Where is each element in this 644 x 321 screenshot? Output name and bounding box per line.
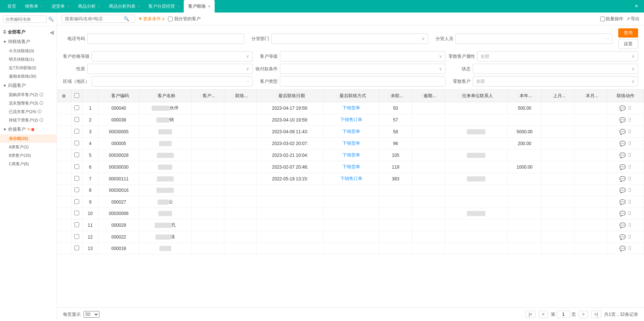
refresh-icon[interactable]: ↻ <box>27 127 31 132</box>
chat-icon-3[interactable]: 💬 <box>619 141 626 147</box>
chat-icon-9[interactable]: 💬 <box>619 211 626 216</box>
menu-icon-8[interactable]: ⠿ <box>628 199 631 205</box>
sidebar-search-icon[interactable]: 🔍 <box>48 17 54 22</box>
price-level-select[interactable]: ∨ <box>92 51 253 61</box>
menu-icon-5[interactable]: ⠿ <box>628 164 631 170</box>
sidebar-item-class-b[interactable]: B类客户(33) <box>0 151 57 160</box>
menu-icon-6[interactable]: ⠿ <box>628 176 631 182</box>
sidebar-item-unclassified[interactable]: 未分组(32) <box>0 134 57 143</box>
region-select[interactable]: ··· <box>92 76 253 87</box>
export-btn[interactable]: ↗ 导出 <box>626 16 640 22</box>
th-overdue[interactable]: :逾期... <box>412 90 445 102</box>
row-check-10[interactable] <box>74 222 79 227</box>
per-page-select[interactable]: 50 100 200 <box>84 311 99 318</box>
chat-icon-2[interactable]: 💬 <box>619 129 626 135</box>
row-check-8[interactable] <box>74 199 79 204</box>
close-tab-customer-contact[interactable]: × <box>208 4 210 8</box>
group-header-value[interactable]: ▼ 价值客户 ↻ <box>0 124 57 134</box>
chat-icon-0[interactable]: 💬 <box>619 105 626 111</box>
tab-customer-segment[interactable]: 客户分层经营 × <box>144 0 184 13</box>
chat-icon-6[interactable]: 💬 <box>619 176 626 182</box>
batch-op-checkbox[interactable] <box>600 17 605 21</box>
more-conditions-btn[interactable]: ▼ 更多条件 ∧ <box>138 16 165 22</box>
close-tab-product-analysis[interactable]: × <box>98 4 100 8</box>
tab-home[interactable]: 首页 <box>3 0 21 13</box>
customer-type-select[interactable] <box>280 76 445 87</box>
contact-method-link-4[interactable]: 下销货单 <box>342 152 360 158</box>
main-search-icon[interactable]: 🔍 <box>124 16 129 21</box>
menu-icon-11[interactable]: ⠿ <box>628 234 631 240</box>
select-all-checkbox[interactable] <box>74 93 79 98</box>
th-last-contact-method[interactable]: :最后联络方式 <box>324 90 379 102</box>
status-select[interactable]: ∨ <box>473 64 638 74</box>
row-check-6[interactable] <box>74 176 79 181</box>
customer-level-select[interactable]: ∨ <box>280 51 445 61</box>
sidebar-item-7day-contact[interactable]: 近7天待联络(0) <box>0 64 57 72</box>
tab-product-analysis-list[interactable]: 商品分析列表 × <box>105 0 144 13</box>
th-last-month[interactable]: :上月... <box>542 90 574 102</box>
payment-select[interactable]: ∨ <box>280 64 445 74</box>
page-input[interactable] <box>557 311 570 318</box>
contact-method-link-0[interactable]: 下销货单 <box>342 105 360 110</box>
sidebar-item-class-c[interactable]: C类客户(6) <box>0 160 57 168</box>
row-check-7[interactable] <box>74 187 79 192</box>
menu-icon-12[interactable]: ⠿ <box>628 246 631 251</box>
row-check-1[interactable] <box>74 117 79 122</box>
dept-select[interactable]: ∨ <box>271 33 428 44</box>
chat-icon-11[interactable]: 💬 <box>619 234 626 240</box>
chat-icon-5[interactable]: 💬 <box>619 164 626 170</box>
contact-method-link-5[interactable]: 下销货单 <box>342 164 360 169</box>
close-tab-sales[interactable]: × <box>41 4 43 8</box>
sidebar-item-class-a[interactable]: A类客户(1) <box>0 143 57 151</box>
menu-icon-9[interactable]: ⠿ <box>628 211 631 216</box>
th-customer-type[interactable]: :客户... <box>191 90 224 102</box>
th-last-contact-date[interactable]: :最后联络日期 <box>257 90 324 102</box>
search-button[interactable]: 查询 <box>618 28 638 38</box>
menu-icon-10[interactable]: ⠿ <box>628 222 631 228</box>
sidebar-search-input[interactable] <box>3 15 47 23</box>
row-check-5[interactable] <box>74 164 79 169</box>
phone-input[interactable] <box>87 33 244 44</box>
sidebar-item-overdue-contact[interactable]: 逾期未联络(30) <box>0 72 57 81</box>
row-check-12[interactable] <box>74 246 79 250</box>
row-check-3[interactable] <box>74 141 79 145</box>
batch-op-btn[interactable]: 批量操作 <box>600 16 623 22</box>
chat-icon-8[interactable]: 💬 <box>619 199 626 205</box>
retail-customer-select[interactable]: 全部 ∨ <box>473 76 638 87</box>
sidebar-item-today-contact[interactable]: 今天待联络(0) <box>0 47 57 55</box>
th-no-contact-days[interactable]: :未联... <box>379 90 412 102</box>
th-settings[interactable]: ⚙ <box>57 90 71 102</box>
menu-icon-1[interactable]: ⠿ <box>628 117 631 123</box>
menu-icon-2[interactable]: ⠿ <box>628 129 631 135</box>
close-tab-purchase[interactable]: × <box>67 4 69 8</box>
sidebar-item-declining[interactable]: 持续下滑客户(2) ⓘ <box>0 116 57 124</box>
menu-icon-3[interactable]: ⠿ <box>628 141 631 147</box>
chat-icon-7[interactable]: 💬 <box>619 187 626 193</box>
prev-page-btn[interactable]: < <box>539 311 548 318</box>
first-page-btn[interactable]: |< <box>525 311 536 318</box>
next-page-btn[interactable]: > <box>579 311 588 318</box>
close-tab-customer-segment[interactable]: × <box>177 4 179 8</box>
person-select[interactable]: ··· <box>455 33 612 44</box>
sidebar-item-abnormal[interactable]: 固购异常客户(2) ⓘ <box>0 91 57 99</box>
th-contact-person[interactable]: :往来单位联系人 <box>445 90 508 102</box>
tab-customer-contact[interactable]: 客户联络 × <box>184 0 215 13</box>
main-search-input[interactable] <box>65 16 124 21</box>
th-name[interactable]: :客户名称 <box>139 90 191 102</box>
row-check-2[interactable] <box>74 129 79 134</box>
collapse-icon[interactable]: ◀ <box>50 29 54 35</box>
row-check-9[interactable] <box>74 211 79 215</box>
chat-icon-10[interactable]: 💬 <box>619 222 626 228</box>
row-check-4[interactable] <box>74 152 79 157</box>
th-code[interactable]: :客户编码 <box>98 90 140 102</box>
sidebar-item-churn-warning[interactable]: 流失预警客户(3) ⓘ <box>0 99 57 107</box>
my-customers-checkbox[interactable] <box>168 17 173 21</box>
th-this-month[interactable]: :本月... <box>574 90 607 102</box>
group-header-problem[interactable]: ▼ 问题客户 <box>0 81 57 91</box>
close-tab-product-analysis-list[interactable]: × <box>138 4 140 8</box>
tab-purchase[interactable]: 进货单 × <box>47 0 74 13</box>
th-this-year[interactable]: :本年... <box>507 90 541 102</box>
nature-select[interactable]: ∨ <box>87 64 253 74</box>
last-page-btn[interactable]: >| <box>591 311 601 318</box>
chat-icon-4[interactable]: 💬 <box>619 152 626 158</box>
